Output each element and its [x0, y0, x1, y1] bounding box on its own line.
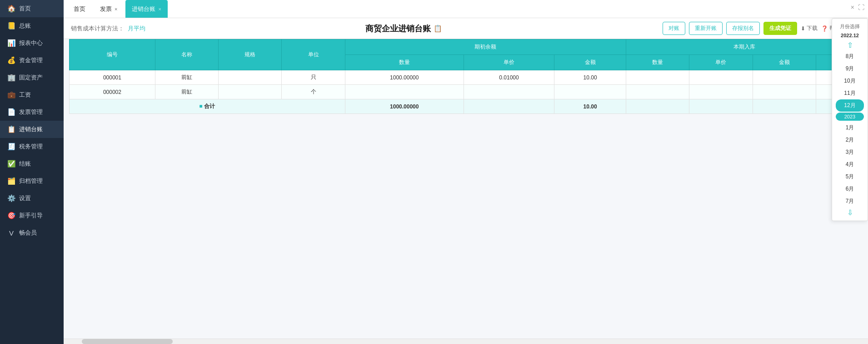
home-icon: 🏠 [7, 5, 15, 13]
col-header-unit: 单位 [282, 39, 345, 70]
toolbar: 对账 重新开账 存报别名 生成凭证 ⬇ 下载 ❓ 帮助 ↻ 刷新 [663, 22, 861, 35]
total-in-amount [753, 99, 816, 114]
content-area: 销售成本计算方法： 月平均 商贸企业进销台账 📋 对账 重新开账 存报别名 生成… [64, 18, 868, 344]
cost-method-label: 销售成本计算方法： [71, 25, 124, 32]
cell-unit: 只 [282, 70, 345, 85]
cell-name: 前缸 [155, 85, 218, 99]
assets-icon: 🏢 [7, 74, 15, 82]
col-opening-amount: 金额 [554, 55, 626, 70]
cell-unit: 个 [282, 85, 345, 99]
month-12[interactable]: 12月 [836, 99, 864, 112]
cell-in-amount [753, 85, 816, 99]
cell-in-price [689, 70, 753, 85]
tab-home[interactable]: 首页 [67, 0, 92, 18]
month-2[interactable]: 2月 [832, 134, 868, 146]
info-icon[interactable]: 📋 [434, 25, 442, 33]
month-8[interactable]: 8月 [832, 50, 868, 63]
sidebar-label-tax: 税务管理 [19, 143, 43, 151]
year-2023-badge: 2023 [836, 113, 864, 121]
sidebar-label-assets: 固定资产 [19, 74, 43, 82]
sidebar-item-member[interactable]: V 畅会员 [0, 224, 64, 241]
month-3[interactable]: 3月 [832, 146, 868, 158]
cell-opening-amount [554, 85, 626, 99]
sidebar-item-invoice-mgmt[interactable]: 📄 发票管理 [0, 103, 64, 121]
col-in-price: 单价 [689, 55, 753, 70]
total-in-price [689, 99, 753, 114]
reconcile-button[interactable]: 对账 [663, 22, 685, 35]
sidebar-item-archive[interactable]: 🗂️ 归档管理 [0, 172, 64, 190]
archive-icon: 🗂️ [7, 177, 15, 185]
sidebar-item-assets[interactable]: 🏢 固定资产 [0, 69, 64, 86]
month-6[interactable]: 6月 [832, 183, 868, 195]
sidebar-item-guide[interactable]: 🎯 新手引导 [0, 207, 64, 224]
guide-icon: 🎯 [7, 211, 15, 220]
month-10[interactable]: 10月 [832, 75, 868, 87]
month-7[interactable]: 7月 [832, 195, 868, 207]
total-row: ■合计 1000.00000 10.00 [70, 99, 863, 114]
window-controls: × ⛶ [851, 4, 864, 11]
save-as-button[interactable]: 存报别名 [726, 22, 760, 35]
sidebar-item-settings[interactable]: ⚙️ 设置 [0, 190, 64, 207]
month-1[interactable]: 1月 [832, 122, 868, 134]
cell-spec [219, 85, 282, 99]
sidebar-label-home: 首页 [19, 5, 31, 13]
data-table: 编号 名称 规格 单位 期初余额 本期入库 数量 单价 金额 数量 单价 金额 [69, 39, 863, 114]
reopen-button[interactable]: 重新开账 [689, 22, 723, 35]
sidebar-item-home[interactable]: 🏠 首页 [0, 0, 64, 17]
month-11[interactable]: 11月 [832, 87, 868, 99]
cell-opening-qty [345, 85, 464, 99]
tabs-bar: 首页 发票 × 进销台账 × [64, 0, 868, 18]
cell-id: 000002 [70, 85, 155, 99]
scroll-down-button[interactable]: ⇩ [832, 207, 868, 218]
tab-invoice-close[interactable]: × [115, 6, 117, 12]
month-5[interactable]: 5月 [832, 171, 868, 183]
generate-voucher-button[interactable]: 生成凭证 [763, 22, 797, 35]
sidebar-label-invoice-mgmt: 发票管理 [19, 108, 43, 116]
tab-invoice[interactable]: 发票 × [94, 0, 124, 18]
download-button[interactable]: ⬇ 下载 [801, 25, 818, 32]
invoice-mgmt-icon: 📄 [7, 108, 15, 116]
col-header-name: 名称 [155, 39, 218, 70]
horizontal-scrollbar[interactable] [64, 339, 868, 344]
sidebar-item-finance[interactable]: 💰 资金管理 [0, 52, 64, 69]
sidebar-label-finance: 资金管理 [19, 56, 43, 64]
sidebar-label-reports: 报表中心 [19, 39, 43, 47]
year-2022-label: 2022.12 [832, 32, 868, 40]
tab-home-label: 首页 [74, 5, 85, 13]
sidebar-label-salary: 工资 [19, 91, 31, 99]
member-icon: V [7, 229, 15, 237]
tab-purchase-sales[interactable]: 进销台账 × [125, 0, 167, 18]
col-in-amount: 金额 [753, 55, 816, 70]
page-header: 销售成本计算方法： 月平均 商贸企业进销台账 📋 对账 重新开账 存报别名 生成… [64, 18, 868, 39]
sidebar-label-ledger: 总账 [19, 22, 31, 30]
month-panel-title: 月份选择 [832, 21, 868, 32]
cost-method-section: 销售成本计算方法： 月平均 [71, 25, 145, 33]
cell-in-price [689, 85, 753, 99]
month-9[interactable]: 9月 [832, 63, 868, 75]
sidebar-item-purchase-sales[interactable]: 📋 进销台账 [0, 121, 64, 138]
table-row: 000002 前缸 个 [70, 85, 863, 99]
sidebar-label-settings: 设置 [19, 194, 31, 202]
cost-method-value: 月平均 [128, 25, 145, 32]
sidebar-item-salary[interactable]: 💼 工资 [0, 86, 64, 103]
col-opening-price: 单价 [464, 55, 554, 70]
tab-invoice-label: 发票 [100, 5, 112, 13]
page-title-section: 商贸企业进销台账 📋 [365, 23, 442, 34]
tab-purchase-sales-close[interactable]: × [158, 6, 161, 12]
sidebar-item-tax[interactable]: 🧾 税务管理 [0, 138, 64, 155]
close-window-button[interactable]: × [851, 4, 854, 11]
table-container[interactable]: 编号 名称 规格 单位 期初余额 本期入库 数量 单价 金额 数量 单价 金额 [64, 39, 868, 339]
month-4[interactable]: 4月 [832, 158, 868, 171]
cell-in-qty [626, 85, 689, 99]
sidebar-item-ledger[interactable]: 📒 总账 [0, 17, 64, 34]
fullscreen-button[interactable]: ⛶ [858, 4, 864, 11]
scroll-thumb[interactable] [82, 339, 173, 344]
sidebar-item-closing[interactable]: ✅ 结账 [0, 155, 64, 172]
total-label: ■合计 [70, 99, 345, 114]
cell-spec [219, 70, 282, 85]
page-title: 商贸企业进销台账 [365, 23, 431, 34]
scroll-up-button[interactable]: ⇧ [832, 40, 868, 50]
sidebar-item-reports[interactable]: 📊 报表中心 [0, 34, 64, 52]
closing-icon: ✅ [7, 160, 15, 168]
cell-in-qty [626, 70, 689, 85]
